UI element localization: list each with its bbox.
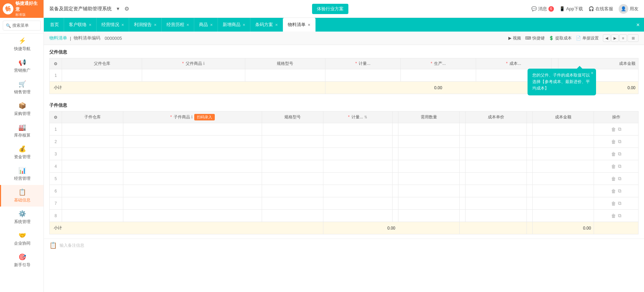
child-row-7-delete-icon[interactable]: 🗑	[611, 201, 616, 206]
child-row-3-delete-icon[interactable]: 🗑	[611, 151, 616, 157]
child-row-8-copy-icon[interactable]: ⧉	[618, 213, 621, 219]
child-row-7-quantity[interactable]	[323, 197, 392, 210]
tab-barcode-close[interactable]: ✕	[275, 23, 278, 27]
child-row-4-spec[interactable]	[262, 160, 323, 173]
shortcut-action[interactable]: ⌨ 快捷键	[525, 35, 545, 41]
child-qty-sort-icon[interactable]: ⇅	[364, 115, 367, 119]
nav-next-button[interactable]: ▶	[611, 34, 619, 42]
parent-row-1-warehouse[interactable]	[62, 69, 142, 82]
child-row-4-copy-icon[interactable]: ⧉	[618, 163, 621, 169]
tab-close-all[interactable]: ✕	[633, 22, 643, 27]
child-row-3-warehouse[interactable]	[62, 148, 123, 160]
scan-input-button[interactable]: 扫码录入	[194, 114, 215, 120]
tab-customer[interactable]: 客户联络 ✕	[64, 18, 97, 32]
sidebar-item-finance[interactable]: 💰 资金管理	[0, 142, 44, 163]
child-row-3-unit-cost[interactable]	[466, 148, 527, 160]
child-row-2-quantity[interactable]	[323, 136, 392, 148]
search-menu-button[interactable]: 🔍 搜索菜单	[3, 21, 41, 31]
child-row-6-quantity[interactable]	[323, 185, 392, 197]
tab-new-product[interactable]: 新增商品 ✕	[218, 18, 250, 32]
view-action[interactable]: ▶ 视频	[508, 35, 521, 41]
nav-menu-button[interactable]: ≡	[619, 34, 627, 42]
child-row-5-unit-cost[interactable]	[466, 173, 527, 185]
child-row-4-quantity[interactable]	[323, 160, 392, 173]
user-button[interactable]: 👤 用友	[619, 4, 639, 14]
child-row-2-product[interactable]	[123, 136, 262, 148]
child-row-7-product[interactable]	[123, 197, 262, 210]
single-settings-action[interactable]: 📄 单据设置	[576, 35, 599, 41]
settings-icon[interactable]: ⚙	[124, 5, 129, 12]
child-row-8-spec[interactable]	[262, 210, 323, 222]
child-row-3-copy-icon[interactable]: ⧉	[618, 151, 621, 157]
child-row-1-delete-icon[interactable]: 🗑	[611, 127, 616, 132]
child-row-1-required-qty[interactable]	[398, 123, 459, 136]
sidebar-item-enterprise[interactable]: 🤝 企业协同	[0, 228, 44, 250]
child-row-8-quantity[interactable]	[323, 210, 392, 222]
tab-profit[interactable]: 利润报告 ✕	[129, 18, 162, 32]
nav-prev-button[interactable]: ◀	[603, 34, 610, 42]
child-row-7-unit-cost[interactable]	[466, 197, 527, 210]
tab-barcode[interactable]: 条码方案 ✕	[250, 18, 283, 32]
sidebar-item-basic-info[interactable]: 📋 基础信息	[0, 185, 44, 207]
message-button[interactable]: 💬 消息 6	[531, 6, 554, 12]
child-row-7-spec[interactable]	[262, 197, 323, 210]
child-row-6-delete-icon[interactable]: 🗑	[611, 188, 616, 194]
trial-button[interactable]: 体验行业方案	[312, 4, 348, 14]
child-row-8-product[interactable]	[123, 210, 262, 222]
child-row-2-delete-icon[interactable]: 🗑	[611, 139, 616, 144]
app-download-button[interactable]: 📱 App下载	[559, 6, 583, 12]
parent-row-1-production[interactable]	[400, 69, 476, 82]
child-row-8-warehouse[interactable]	[62, 210, 123, 222]
child-row-5-warehouse[interactable]	[62, 173, 123, 185]
child-row-5-spec[interactable]	[262, 173, 323, 185]
breadcrumb-parent[interactable]: 物料清单	[49, 35, 67, 41]
child-row-3-product[interactable]	[123, 148, 262, 160]
sidebar-item-quick-nav[interactable]: ⚡ 快捷导航	[0, 34, 44, 55]
child-row-8-required-qty[interactable]	[398, 210, 459, 222]
child-row-1-copy-icon[interactable]: ⧉	[618, 126, 621, 132]
tab-bom[interactable]: 物料清单 ✕	[283, 18, 315, 32]
child-row-6-copy-icon[interactable]: ⧉	[618, 188, 621, 194]
child-row-4-delete-icon[interactable]: 🗑	[611, 164, 616, 169]
sidebar-item-inventory[interactable]: 🏭 库存核算	[0, 120, 44, 142]
child-row-3-quantity[interactable]	[323, 148, 392, 160]
nav-expand-button[interactable]: ⊞	[628, 34, 639, 42]
online-service-button[interactable]: 🎧 在线客服	[589, 6, 613, 12]
tab-operations-close[interactable]: ✕	[121, 23, 124, 27]
child-row-4-product[interactable]	[123, 160, 262, 173]
tab-history[interactable]: 经营历程 ✕	[162, 18, 194, 32]
child-row-5-quantity[interactable]	[323, 173, 392, 185]
child-row-6-unit-cost[interactable]	[466, 185, 527, 197]
sidebar-item-operations[interactable]: 📊 经营管理	[0, 163, 44, 185]
child-row-6-spec[interactable]	[262, 185, 323, 197]
child-row-6-warehouse[interactable]	[62, 185, 123, 197]
child-row-3-required-qty[interactable]	[398, 148, 459, 160]
child-row-8-unit-cost[interactable]	[466, 210, 527, 222]
tab-customer-close[interactable]: ✕	[89, 23, 91, 27]
child-row-1-unit-cost[interactable]	[466, 123, 527, 136]
child-row-4-warehouse[interactable]	[62, 160, 123, 173]
child-row-5-product[interactable]	[123, 173, 262, 185]
child-row-1-warehouse[interactable]	[62, 123, 123, 136]
child-col-settings[interactable]: ⚙	[50, 112, 62, 123]
child-row-8-delete-icon[interactable]: 🗑	[611, 213, 616, 219]
child-row-5-delete-icon[interactable]: 🗑	[611, 176, 616, 182]
child-row-7-copy-icon[interactable]: ⧉	[618, 200, 621, 206]
sidebar-item-sales[interactable]: 🛒 销售管理	[0, 77, 44, 98]
parent-row-1-quantity[interactable]	[325, 69, 400, 82]
child-row-2-required-qty[interactable]	[398, 136, 459, 148]
child-row-2-warehouse[interactable]	[62, 136, 123, 148]
parent-row-1-spec[interactable]	[245, 69, 325, 82]
child-row-1-spec[interactable]	[262, 123, 323, 136]
child-row-7-required-qty[interactable]	[398, 197, 459, 210]
child-row-3-spec[interactable]	[262, 148, 323, 160]
parent-col-settings[interactable]: ⚙	[50, 58, 62, 69]
add-row-icon[interactable]: 📋	[49, 242, 57, 249]
child-row-4-required-qty[interactable]	[398, 160, 459, 173]
tab-bom-close[interactable]: ✕	[308, 23, 310, 27]
tab-operations[interactable]: 经营情况 ✕	[97, 18, 129, 32]
tab-products-close[interactable]: ✕	[210, 23, 213, 27]
tab-history-close[interactable]: ✕	[186, 23, 189, 27]
parent-row-1-product[interactable]	[142, 69, 245, 82]
child-row-6-product[interactable]	[123, 185, 262, 197]
